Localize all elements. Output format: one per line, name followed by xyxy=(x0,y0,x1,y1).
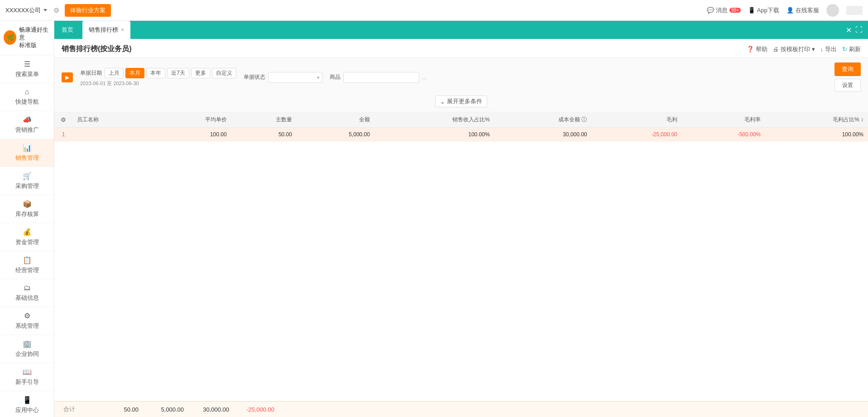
sidebar-item-label: 企业协同 xyxy=(15,350,39,358)
export-button[interactable]: ↓ 导出 xyxy=(820,45,837,53)
status-filter-label: 单据状态 xyxy=(244,73,265,81)
export-icon: ↓ xyxy=(820,46,824,53)
cell-amount: 5,000.00 xyxy=(297,128,374,142)
message-label: 消息 xyxy=(716,6,728,14)
cell-avg-price: 100.00 xyxy=(152,128,231,142)
sidebar-item-inventory[interactable]: 📦 库存核算 xyxy=(0,195,54,223)
company-name: XXXXXX公司 xyxy=(5,6,41,14)
sidebar-item-marketing[interactable]: 📣 营销推广 xyxy=(0,111,54,139)
goods-input[interactable] xyxy=(343,72,419,83)
col-cost: 成本全额 ⓘ xyxy=(494,112,592,128)
more-date-btn[interactable]: 更多 xyxy=(191,68,210,78)
purchase-icon: 🛒 xyxy=(23,172,32,180)
table-footer: 合计 50.00 5,000.00 30,000.00 -25,000.00 xyxy=(54,401,868,417)
guide-icon: 📖 xyxy=(23,368,32,376)
sidebar-item-label: 基础信息 xyxy=(15,294,39,302)
sidebar-item-app-center[interactable]: 📱 应用中心 xyxy=(0,391,54,417)
filter-toggle-icon[interactable]: ▶ xyxy=(62,72,73,82)
message-button[interactable]: 💬 消息 99+ xyxy=(707,6,741,14)
search-menu-icon: ☰ xyxy=(24,60,30,68)
filter-row: ▶ 单据日期 上月 本月 本年 近7天 更多 自定义 xyxy=(62,62,861,92)
online-service-button[interactable]: 👤 在线客服 xyxy=(786,6,819,14)
goods-filter-group: 商品 ... xyxy=(330,72,427,83)
sidebar-item-label: 库存核算 xyxy=(15,210,39,218)
expand-icon: ⌄ xyxy=(440,98,445,105)
date-buttons: 上月 本月 本年 近7天 更多 自定义 xyxy=(105,68,236,78)
cell-rank: 1 xyxy=(54,128,72,142)
app-center-icon: 📱 xyxy=(23,396,32,404)
sidebar-item-quick-nav[interactable]: ⌂ 快捷导航 xyxy=(0,83,54,111)
sidebar-item-operations[interactable]: 📋 经营管理 xyxy=(0,251,54,279)
sidebar-item-label: 营销推广 xyxy=(15,126,39,134)
tab-bar: 首页 销售排行榜 × ✕ ⛶ xyxy=(54,21,868,39)
sidebar-item-label: 资金管理 xyxy=(15,238,39,246)
trial-button[interactable]: 体验行业方案 xyxy=(65,4,111,17)
sidebar-item-basic-info[interactable]: 🗂 基础信息 xyxy=(0,279,54,307)
company-settings-icon[interactable]: ⚙ xyxy=(53,6,59,14)
status-filter-group: 单据状态 xyxy=(244,72,322,83)
help-button[interactable]: ❓ 帮助 xyxy=(747,45,767,53)
footer-label: 合计 xyxy=(59,405,75,413)
message-badge: 99+ xyxy=(729,8,741,13)
filter-actions: 查询 设置 xyxy=(834,62,861,92)
footer-cells: 50.00 5,000.00 30,000.00 -25,000.00 xyxy=(102,406,863,413)
footer-amount: 5,000.00 xyxy=(139,406,184,413)
content-area: 首页 销售排行榜 × ✕ ⛶ 销售排行榜(按业务员) ❓ 帮助 xyxy=(54,21,868,417)
home-icon: ⌂ xyxy=(25,88,29,96)
sidebar-item-enterprise[interactable]: 🏢 企业协同 xyxy=(0,335,54,363)
date-filter-group: 单据日期 上月 本月 本年 近7天 更多 自定义 2023-06-01 至 20… xyxy=(80,68,236,87)
avatar[interactable] xyxy=(826,4,839,17)
goods-more-icon[interactable]: ... xyxy=(422,74,427,81)
cell-gross-rate: -500.00% xyxy=(682,128,765,142)
sidebar-item-purchase[interactable]: 🛒 采购管理 xyxy=(0,167,54,195)
print-button[interactable]: 🖨 按模板打印 ▾ xyxy=(773,45,815,53)
custom-date-btn[interactable]: 自定义 xyxy=(212,68,236,78)
company-selector[interactable]: XXXXXX公司 ⚙ xyxy=(5,6,59,14)
help-icon: ❓ xyxy=(747,46,754,53)
tab-sales-ranking[interactable]: 销售排行榜 × xyxy=(82,21,130,39)
query-button[interactable]: 查询 xyxy=(834,62,861,76)
sidebar-logo: 🌿 畅康通好生意 标准版 xyxy=(0,21,54,55)
expand-more-button[interactable]: ⌄ 展开更多条件 xyxy=(435,96,487,107)
tab-home[interactable]: 首页 xyxy=(54,21,81,39)
this-year-btn[interactable]: 本年 xyxy=(146,68,165,78)
sidebar-item-finance[interactable]: 💰 资金管理 xyxy=(0,223,54,251)
sidebar-item-system[interactable]: ⚙ 系统管理 xyxy=(0,307,54,335)
tab-close-icon[interactable]: × xyxy=(121,27,124,33)
app-icon: 📱 xyxy=(748,7,755,14)
tab-bar-actions: ✕ ⛶ xyxy=(846,26,868,34)
last-month-btn[interactable]: 上月 xyxy=(105,68,124,78)
status-select-wrap xyxy=(268,72,322,83)
settings-button[interactable]: 设置 xyxy=(834,79,861,92)
app-download-button[interactable]: 📱 App下载 xyxy=(748,6,779,14)
fullscreen-icon[interactable]: ⛶ xyxy=(855,26,863,34)
sidebar-item-label: 采购管理 xyxy=(15,182,39,190)
last-7days-btn[interactable]: 近7天 xyxy=(167,68,189,78)
marketing-icon: 📣 xyxy=(23,115,32,124)
filter-area: ▶ 单据日期 上月 本月 本年 近7天 更多 自定义 xyxy=(54,58,868,112)
this-month-btn[interactable]: 本月 xyxy=(125,68,144,78)
close-tab-icon[interactable]: ✕ xyxy=(846,26,852,34)
col-gross-pct: 毛利占比% ↕ xyxy=(765,112,868,128)
sidebar-item-label: 应用中心 xyxy=(15,406,39,414)
table-header-row: ⚙ 员工名称 平均单价 主数量 全额 销售收入占比% 成本全额 ⓘ 毛利 毛利率… xyxy=(54,112,868,128)
footer-main-qty: 50.00 xyxy=(102,406,139,413)
col-avg-price: 平均单价 xyxy=(152,112,231,128)
cell-sales-pct: 100.00% xyxy=(374,128,494,142)
sidebar-item-search[interactable]: ☰ 搜索菜单 xyxy=(0,55,54,83)
sidebar-item-label: 经营管理 xyxy=(15,266,39,274)
status-select[interactable] xyxy=(268,72,322,83)
sidebar-item-guide[interactable]: 📖 新手引导 xyxy=(0,363,54,391)
footer-cost: 30,000.00 xyxy=(184,406,229,413)
refresh-button[interactable]: ↻ 刷新 xyxy=(842,45,861,53)
cell-cost: 30,000.00 xyxy=(494,128,592,142)
col-amount: 全额 xyxy=(297,112,374,128)
sidebar-item-label: 销售管理 xyxy=(15,154,39,162)
sidebar-item-sales[interactable]: 📊 销售管理 xyxy=(0,139,54,167)
print-icon: 🖨 xyxy=(773,46,779,53)
user-name[interactable] xyxy=(846,6,863,15)
main-layout: 🌿 畅康通好生意 标准版 ☰ 搜索菜单 ⌂ 快捷导航 📣 营销推广 📊 销售管理… xyxy=(0,21,868,417)
sales-icon: 📊 xyxy=(23,144,32,152)
col-sales-pct: 销售收入占比% xyxy=(374,112,494,128)
sidebar-item-label: 系统管理 xyxy=(15,322,39,330)
